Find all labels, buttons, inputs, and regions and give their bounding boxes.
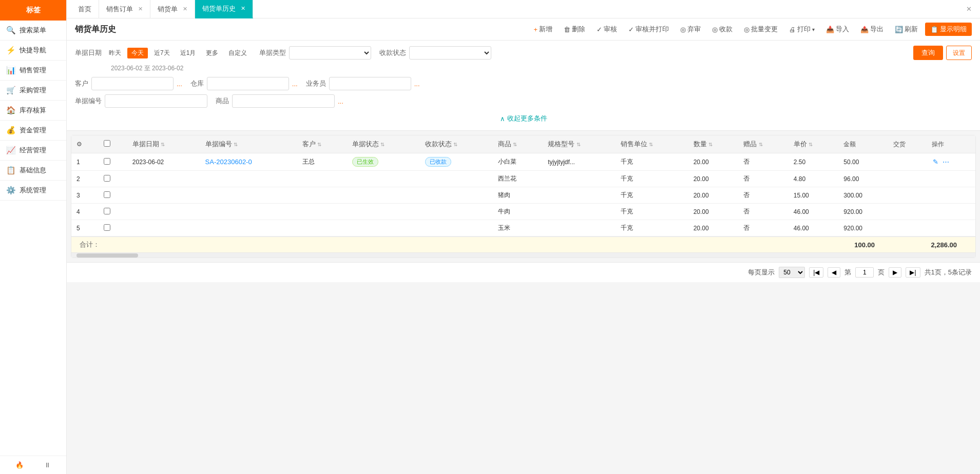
th-unit[interactable]: 销售单位 ⇅	[616, 135, 688, 153]
date-tab-today[interactable]: 今天	[127, 48, 148, 58]
table-row: 2西兰花千克20.00否4.8096.00	[71, 171, 975, 187]
th-trade[interactable]: 交货	[888, 135, 927, 153]
th-checkbox[interactable]	[99, 135, 127, 153]
collect-status-select[interactable]	[409, 46, 491, 60]
discard-button[interactable]: ◎ 弃审	[676, 23, 705, 36]
sidebar-item-inventory[interactable]: 🏠 库存核算	[0, 101, 66, 121]
search-menu-icon: 🔍	[6, 26, 15, 35]
first-page-button[interactable]: |◀	[809, 267, 823, 278]
row-checkbox[interactable]	[104, 191, 110, 198]
th-doc-no[interactable]: 单据编号 ⇅	[200, 135, 297, 153]
show-detail-button[interactable]: 📋 显示明细	[925, 23, 972, 36]
td-doc-no	[200, 171, 297, 187]
customer-input[interactable]	[91, 77, 174, 90]
query-button[interactable]: 查询	[913, 46, 943, 60]
tab-sales-goods[interactable]: 销货单 ✕	[150, 0, 195, 18]
th-customer[interactable]: 客户 ⇅	[297, 135, 348, 153]
th-goods[interactable]: 商品 ⇅	[493, 135, 543, 153]
set-button[interactable]: 设置	[946, 46, 972, 60]
horizontal-scrollbar[interactable]	[71, 252, 975, 258]
td-action[interactable]	[927, 220, 975, 236]
doc-type-select[interactable]	[289, 46, 371, 60]
warehouse-ellipsis[interactable]: ...	[292, 80, 298, 88]
select-all-checkbox[interactable]	[104, 140, 110, 147]
th-date[interactable]: 单据日期 ⇅	[127, 135, 200, 153]
customer-ellipsis[interactable]: ...	[177, 80, 182, 88]
export-button[interactable]: 📤 导出	[856, 23, 888, 36]
sidebar-item-quick-nav[interactable]: ⚡ 快捷导航	[0, 41, 66, 61]
print-button[interactable]: 🖨 打印 ▾	[785, 23, 819, 36]
th-qty[interactable]: 数量 ⇅	[688, 135, 739, 153]
th-settings[interactable]: ⚙	[71, 135, 99, 153]
tab-home[interactable]: 首页	[71, 0, 99, 18]
prev-page-button[interactable]: ◀	[828, 267, 840, 278]
goods-input[interactable]	[232, 94, 335, 108]
agent-input[interactable]	[329, 77, 411, 90]
td-doc-no[interactable]: SA-20230602-0	[200, 153, 297, 171]
date-tab-more[interactable]: 更多	[202, 48, 222, 58]
date-tab-yesterday[interactable]: 昨天	[105, 48, 125, 58]
sidebar-item-sys-mgmt[interactable]: ⚙️ 系统管理	[0, 181, 66, 201]
date-tab-1month[interactable]: 近1月	[176, 48, 200, 58]
td-checkbox[interactable]	[99, 220, 127, 236]
td-action[interactable]	[927, 204, 975, 220]
row-checkbox[interactable]	[104, 175, 110, 182]
date-tab-7days[interactable]: 近7天	[150, 48, 174, 58]
close-sales-history-tab[interactable]: ✕	[241, 5, 245, 12]
th-spec[interactable]: 规格型号 ⇅	[543, 135, 616, 153]
tab-sales-history-label: 销货单历史	[202, 4, 236, 13]
td-checkbox[interactable]	[99, 171, 127, 187]
th-price[interactable]: 单价 ⇅	[789, 135, 839, 153]
td-checkbox[interactable]	[99, 187, 127, 204]
tab-sales-history[interactable]: 销货单历史 ✕	[195, 0, 253, 18]
date-tab-custom[interactable]: 自定义	[224, 48, 251, 58]
th-gift[interactable]: 赠品 ⇅	[738, 135, 789, 153]
tab-sales-order[interactable]: 销售订单 ✕	[99, 0, 150, 18]
refresh-button[interactable]: 🔄 刷新	[891, 23, 922, 36]
batch-change-button[interactable]: ◎ 批量变更	[740, 23, 782, 36]
audit-print-button[interactable]: ✓ 审核并打印	[624, 23, 673, 36]
next-page-button[interactable]: ▶	[889, 267, 901, 278]
td-action[interactable]	[927, 171, 975, 187]
close-all-tabs[interactable]: ✕	[962, 5, 976, 13]
row-checkbox[interactable]	[104, 224, 110, 231]
row-checkbox[interactable]	[104, 158, 110, 165]
doc-no-input[interactable]	[105, 94, 207, 108]
sidebar-item-purchase-mgmt[interactable]: 🛒 采购管理	[0, 81, 66, 101]
per-page-select[interactable]: 50 100	[779, 267, 805, 278]
page-input[interactable]	[855, 267, 874, 278]
last-page-button[interactable]: ▶|	[906, 267, 920, 278]
sidebar-item-sales-mgmt[interactable]: 📊 销售管理	[0, 61, 66, 81]
more-action-button[interactable]: ⋯	[941, 157, 950, 167]
row-checkbox[interactable]	[104, 208, 110, 214]
sidebar-item-base-info[interactable]: 📋 基础信息	[0, 161, 66, 181]
sidebar-bottom-icon2[interactable]: ⏸	[44, 461, 51, 469]
sidebar-item-search-menu[interactable]: 🔍 搜索菜单	[0, 21, 66, 41]
audit-button[interactable]: ✓ 审核	[592, 23, 621, 36]
td-checkbox[interactable]	[99, 153, 127, 171]
th-doc-status[interactable]: 单据状态 ⇅	[347, 135, 420, 153]
per-page-label: 每页显示	[748, 268, 775, 277]
sidebar-item-operations[interactable]: 📈 经营管理	[0, 141, 66, 161]
doc-no-link[interactable]: SA-20230602-0	[205, 158, 252, 166]
td-checkbox[interactable]	[99, 204, 127, 220]
sidebar-item-finance[interactable]: 💰 资金管理	[0, 121, 66, 141]
close-sales-order-tab[interactable]: ✕	[138, 6, 143, 12]
agent-ellipsis[interactable]: ...	[414, 80, 420, 88]
delete-button[interactable]: 🗑 删除	[560, 23, 589, 36]
collapse-filter-button[interactable]: ∧ 收起更多条件	[75, 112, 972, 125]
edit-action-button[interactable]: ✎	[932, 157, 939, 167]
collect-button[interactable]: ◎ 收款	[708, 23, 737, 36]
th-amount[interactable]: 金额	[838, 135, 888, 153]
td-action[interactable]: ✎⋯	[927, 153, 975, 171]
sidebar-bottom-icon1[interactable]: 🔥	[15, 461, 24, 469]
table-row: 5玉米千克20.00否46.00920.00	[71, 220, 975, 236]
td-action[interactable]	[927, 187, 975, 204]
close-sales-goods-tab[interactable]: ✕	[183, 6, 187, 12]
add-button[interactable]: + 新增	[529, 23, 556, 36]
th-collect-status[interactable]: 收款状态 ⇅	[420, 135, 493, 153]
scrollbar-thumb[interactable]	[76, 253, 138, 258]
goods-ellipsis[interactable]: ...	[338, 97, 343, 105]
import-button[interactable]: 📥 导入	[822, 23, 853, 36]
warehouse-input[interactable]	[207, 77, 289, 90]
